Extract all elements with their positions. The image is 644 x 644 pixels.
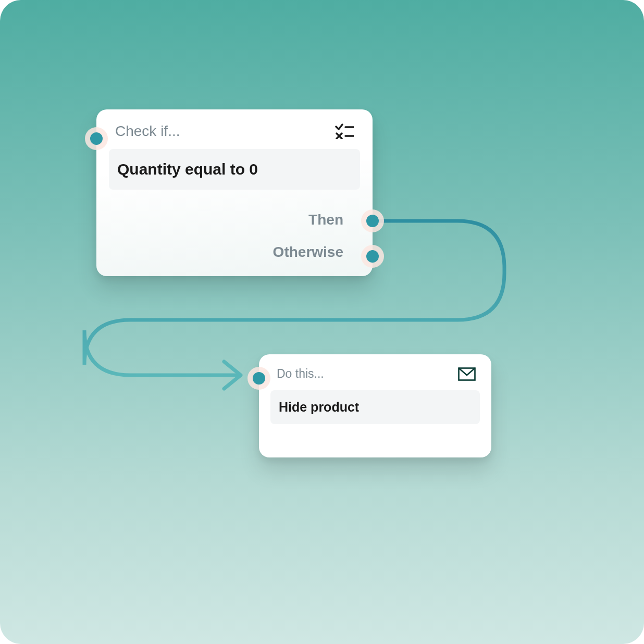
condition-expression[interactable]: Quantity equal to 0 — [109, 149, 360, 190]
then-output-port[interactable] — [361, 209, 384, 232]
action-header: Do this... — [259, 354, 491, 386]
branch-then-label: Then — [308, 212, 343, 228]
otherwise-output-port[interactable] — [361, 245, 384, 268]
condition-header: Check if... — [96, 109, 373, 145]
action-header-label: Do this... — [277, 367, 324, 381]
checklist-icon — [335, 123, 354, 139]
condition-header-label: Check if... — [115, 123, 180, 140]
port-dot — [366, 215, 379, 227]
flow-connector — [0, 0, 644, 644]
port-dot — [90, 132, 103, 145]
port-dot — [366, 250, 379, 263]
port-dot — [253, 372, 265, 385]
condition-node[interactable]: Check if... Quantity equal to 0 Then Oth… — [96, 109, 373, 276]
envelope-icon — [458, 367, 476, 381]
action-description[interactable]: Hide product — [270, 390, 480, 424]
action-input-port[interactable] — [247, 367, 270, 390]
condition-input-port[interactable] — [85, 127, 108, 150]
branch-labels: Then Otherwise — [273, 212, 343, 261]
action-node[interactable]: Do this... Hide product — [259, 354, 491, 457]
branch-otherwise-label: Otherwise — [273, 244, 343, 261]
workflow-canvas[interactable]: Check if... Quantity equal to 0 Then Oth… — [0, 0, 644, 644]
